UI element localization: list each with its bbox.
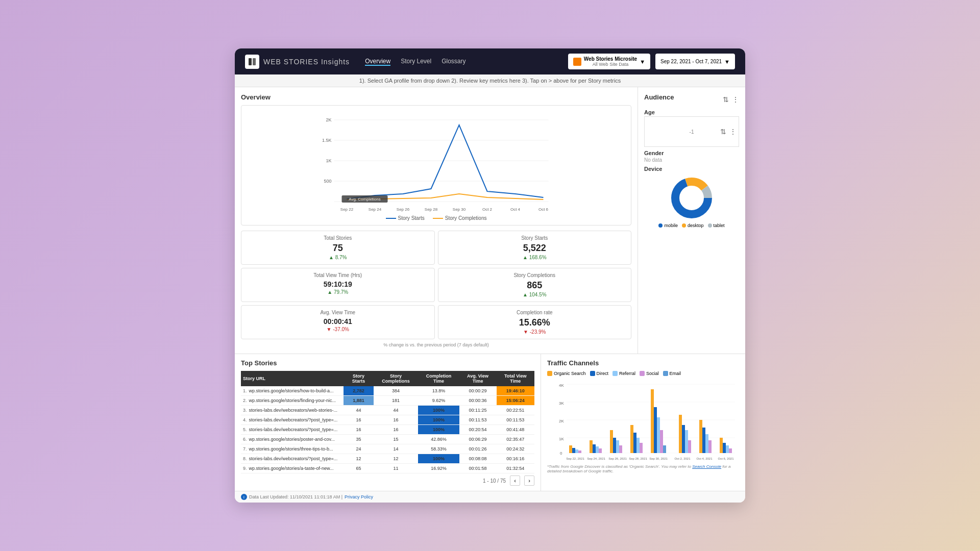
profile-dropdown[interactable]: Web Stories Microsite All Web Site Data … — [568, 54, 650, 69]
cell-completions: 11 — [374, 464, 419, 473]
traffic-channels-title: Traffic Channels — [547, 359, 739, 367]
svg-text:4K: 4K — [559, 383, 564, 388]
table-pagination: 1 - 10 / 75 ‹ › — [241, 475, 534, 486]
svg-text:Sep 22: Sep 22 — [340, 207, 354, 212]
svg-rect-60 — [685, 430, 688, 453]
svg-text:Sep 30: Sep 30 — [453, 207, 466, 212]
cell-completions: 384 — [374, 386, 419, 396]
age-value: -1 — [690, 129, 694, 135]
svg-text:1K: 1K — [559, 437, 564, 441]
top-stories-table: Story URL Story Starts Story Completions… — [241, 371, 534, 473]
svg-rect-39 — [575, 449, 578, 453]
cell-avg-view: 00:20:54 — [459, 425, 497, 435]
table-row: 8.stories-labs.dev/webcreators/?post_typ… — [241, 454, 534, 464]
cell-starts: 16 — [344, 415, 374, 425]
age-label: Age — [644, 109, 739, 115]
svg-text:Sep 26, 2021: Sep 26, 2021 — [608, 457, 627, 460]
traffic-chart-svg: 4K 3K 2K 1K 0 — [547, 379, 739, 461]
cell-avg-view: 00:01:26 — [459, 444, 497, 454]
table-row: 7.wp.stories.google/stories/three-tips-t… — [241, 444, 534, 454]
cell-completions: 44 — [374, 406, 419, 415]
traffic-note: *Traffic from Google Discover is classif… — [547, 464, 739, 473]
svg-rect-37 — [569, 445, 572, 453]
col-story-url: Story URL — [241, 371, 344, 386]
col-story-completions: Story Completions — [374, 371, 419, 386]
svg-rect-58 — [679, 415, 682, 453]
svg-text:500: 500 — [324, 179, 331, 184]
svg-rect-40 — [578, 450, 581, 453]
nav-overview[interactable]: Overview — [365, 58, 390, 66]
traffic-legend: Organic Search Direct Referral Social — [547, 371, 739, 376]
svg-text:Sep 24: Sep 24 — [369, 207, 382, 212]
next-page-btn[interactable]: › — [524, 475, 534, 486]
svg-rect-52 — [640, 443, 643, 453]
age-menu-btn[interactable]: ⋮ — [729, 128, 737, 136]
header-controls: Web Stories Microsite All Web Site Data … — [568, 54, 735, 69]
svg-rect-42 — [593, 444, 596, 453]
cell-avg-view: 00:01:58 — [459, 464, 497, 473]
cell-total-view: 19:46:10 — [497, 386, 534, 396]
svg-rect-64 — [705, 434, 708, 453]
audience-menu-btn[interactable]: ⋮ — [732, 95, 739, 104]
audience-sort-btn[interactable]: ⇅ — [723, 95, 729, 104]
date-range-dropdown[interactable]: Sep 22, 2021 - Oct 7, 2021 ▼ — [655, 54, 735, 69]
svg-rect-62 — [699, 420, 702, 453]
legend-tablet: tablet — [708, 223, 725, 228]
svg-rect-68 — [726, 445, 729, 453]
cell-comp-rate: 100% — [418, 406, 459, 415]
cell-num-url: 9.wp.stories.google/stories/a-taste-of-n… — [241, 464, 344, 473]
age-sort-btn[interactable]: ⇅ — [720, 128, 726, 136]
cell-starts: 65 — [344, 464, 374, 473]
stat-completion-rate: Completion rate 15.66% ▼ -23.9% — [438, 305, 632, 339]
svg-rect-44 — [599, 448, 602, 453]
donut-chart-svg — [669, 175, 715, 221]
table-row: 9.wp.stories.google/stories/a-taste-of-n… — [241, 464, 534, 473]
svg-text:Sep 28: Sep 28 — [425, 207, 438, 212]
cell-total-view: 00:24:32 — [497, 444, 534, 454]
svg-text:Oct 4: Oct 4 — [510, 207, 521, 212]
svg-text:Sep 22, 2021: Sep 22, 2021 — [566, 457, 584, 460]
cell-avg-view: 00:08:08 — [459, 454, 497, 464]
svg-rect-43 — [596, 446, 599, 453]
privacy-policy-link[interactable]: Privacy Policy — [345, 494, 373, 499]
svg-text:2K: 2K — [559, 419, 564, 423]
overview-title: Overview — [241, 93, 631, 101]
svg-rect-59 — [682, 425, 685, 453]
cell-comp-rate: 100% — [418, 425, 459, 435]
svg-text:Oct 6: Oct 6 — [538, 207, 549, 212]
svg-rect-50 — [633, 433, 636, 453]
audience-header: Audience ⇅ ⋮ — [644, 93, 739, 105]
chart-legend: Story Starts Story Completions — [246, 215, 627, 221]
svg-text:Oct 6, 2021: Oct 6, 2021 — [718, 457, 734, 460]
svg-text:Sep 24, 2021: Sep 24, 2021 — [587, 457, 605, 460]
nav-glossary[interactable]: Glossary — [442, 58, 465, 66]
svg-rect-0 — [249, 58, 252, 65]
svg-rect-69 — [729, 448, 732, 453]
cell-completions: 16 — [374, 415, 419, 425]
age-chart: ⇅ ⋮ -1 — [644, 116, 739, 147]
cell-comp-rate: 100% — [418, 415, 459, 425]
cell-starts: 12 — [344, 454, 374, 464]
cell-comp-rate: 42.86% — [418, 435, 459, 444]
nav-story-level[interactable]: Story Level — [401, 58, 431, 66]
overview-chart-area: 2K 1.5K 1K 500 Sep 22 Sep 24 Sep 26 Sep … — [241, 105, 631, 226]
donut-legend: mobile desktop tablet — [658, 223, 724, 228]
cell-starts: 35 — [344, 435, 374, 444]
col-avg-view: Avg. View Time — [459, 371, 497, 386]
cell-starts: 1,881 — [344, 396, 374, 406]
cell-avg-view: 00:11:25 — [459, 406, 497, 415]
cell-completions: 12 — [374, 454, 419, 464]
svg-rect-55 — [657, 417, 660, 453]
svg-rect-61 — [688, 440, 691, 453]
search-console-link[interactable]: Search Console — [692, 464, 721, 469]
svg-rect-66 — [720, 438, 723, 453]
prev-page-btn[interactable]: ‹ — [510, 475, 520, 486]
col-total-view: Total View Time — [497, 371, 534, 386]
cell-total-view: 00:22:51 — [497, 406, 534, 415]
cell-comp-rate: 58.33% — [418, 444, 459, 454]
col-completion-time: Completion Time — [418, 371, 459, 386]
table-row: 2.wp.stories.google/stories/finding-your… — [241, 396, 534, 406]
logo: WEB STORIES Insights — [245, 55, 350, 69]
table-row: 4.stories-labs.dev/webcreators/?post_typ… — [241, 415, 534, 425]
svg-text:2K: 2K — [326, 117, 331, 122]
